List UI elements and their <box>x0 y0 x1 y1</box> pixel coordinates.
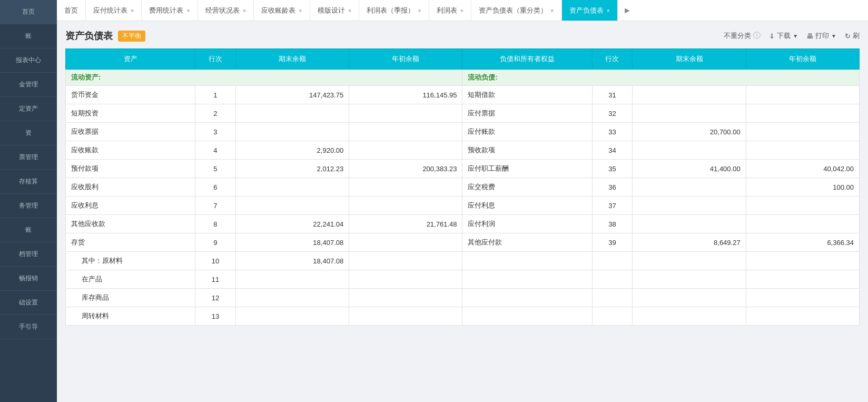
right-row-num: 37 <box>592 197 633 215</box>
refresh-button[interactable]: ↻ 刷 <box>845 31 860 41</box>
sidebar-item-assets[interactable]: 资 <box>0 121 57 145</box>
th-end-left: 期末余额 <box>235 49 349 70</box>
right-item: 应交税费 <box>462 178 592 197</box>
download-icon: ⇓ <box>769 32 775 40</box>
tab-balance-reclassified[interactable]: 资产负债表（重分类） × <box>471 0 561 21</box>
left-begin-amount <box>349 197 462 215</box>
right-begin-amount <box>746 123 859 141</box>
tab-close-balance[interactable]: × <box>607 7 610 14</box>
right-row-num: 31 <box>592 86 633 104</box>
right-begin-amount <box>746 307 859 326</box>
tab-close-operations[interactable]: × <box>243 7 246 14</box>
left-row-num: 5 <box>195 160 236 178</box>
right-item: 应付票据 <box>462 104 592 123</box>
sidebar-item-home[interactable]: 首页 <box>0 0 57 24</box>
refresh-icon: ↻ <box>845 32 851 40</box>
tab-close-profit[interactable]: × <box>460 7 463 14</box>
left-begin-amount <box>349 252 462 270</box>
print-button[interactable]: 🖶 打印 ▼ <box>806 31 836 41</box>
left-row-num: 6 <box>195 178 236 197</box>
left-row-num: 12 <box>195 289 236 307</box>
tab-home[interactable]: 首页 <box>57 0 86 21</box>
right-begin-amount <box>746 141 859 160</box>
right-item <box>462 289 592 307</box>
sidebar-item-expense[interactable]: 畅报销 <box>0 267 57 291</box>
print-icon: 🖶 <box>806 32 813 40</box>
left-item: 周转材料 <box>66 307 195 326</box>
tab-template-design[interactable]: 模版设计 × <box>310 0 359 21</box>
tab-close-profit-quarterly[interactable]: × <box>418 7 421 14</box>
tab-close-template-design[interactable]: × <box>348 7 351 14</box>
no-classify-option[interactable]: 不重分类 ⓘ <box>724 31 761 41</box>
tab-bar: 首页 应付统计表 × 费用统计表 × 经营状况表 × 应收账龄表 × 模版设计 … <box>57 0 868 21</box>
sidebar-item-tax-mgmt[interactable]: 务管理 <box>0 194 57 218</box>
right-begin-amount <box>746 215 859 233</box>
tab-operations[interactable]: 经营状况表 × <box>198 0 254 21</box>
left-item: 应收利息 <box>66 197 195 215</box>
unbalanced-badge: 不平衡 <box>118 31 145 42</box>
sidebar-item-report-center[interactable]: 报表中心 <box>0 48 57 73</box>
sidebar: 首页 账 报表中心 金管理 定资产 资 票管理 存核算 务管理 账 档管理 畅报… <box>0 0 57 402</box>
tab-receivable-aging[interactable]: 应收账龄表 × <box>254 0 310 21</box>
left-row-num: 7 <box>195 197 236 215</box>
sidebar-item-fund-management[interactable]: 金管理 <box>0 73 57 97</box>
tab-close-payable-stats[interactable]: × <box>131 7 134 14</box>
right-item <box>462 307 592 326</box>
left-begin-amount <box>349 178 462 197</box>
right-end-amount <box>633 307 746 326</box>
sidebar-item-fixed-assets[interactable]: 定资产 <box>0 97 57 121</box>
th-begin-right: 年初余额 <box>746 49 859 70</box>
right-begin-amount <box>746 252 859 270</box>
th-row-right: 行次 <box>592 49 633 70</box>
right-end-amount <box>633 197 746 215</box>
left-end-amount: 2,920.00 <box>235 141 349 160</box>
left-begin-amount <box>349 233 462 252</box>
left-item: 库存商品 <box>66 289 195 307</box>
tab-profit[interactable]: 利润表 × <box>429 0 471 21</box>
tab-more-button[interactable]: ► <box>618 6 637 15</box>
right-item <box>462 252 592 270</box>
right-row-num: 33 <box>592 123 633 141</box>
right-item <box>462 270 592 289</box>
right-item: 应付利息 <box>462 197 592 215</box>
right-begin-amount <box>746 86 859 104</box>
right-row-num: 34 <box>592 141 633 160</box>
tab-expense-stats[interactable]: 费用统计表 × <box>142 0 198 21</box>
left-end-amount <box>235 197 349 215</box>
sidebar-item-account[interactable]: 账 <box>0 24 57 48</box>
download-button[interactable]: ⇓ 下载 ▼ <box>769 31 798 41</box>
left-row-num: 2 <box>195 104 236 123</box>
left-item: 应收票据 <box>66 123 195 141</box>
tab-balance[interactable]: 资产负债表 × <box>562 0 618 21</box>
sidebar-item-guide[interactable]: 手引导 <box>0 315 57 339</box>
left-begin-amount <box>349 104 462 123</box>
right-begin-amount: 6,366.34 <box>746 233 859 252</box>
right-end-amount: 41,400.00 <box>633 160 746 178</box>
left-end-amount: 18,407.08 <box>235 252 349 270</box>
right-end-amount: 20,700.00 <box>633 123 746 141</box>
left-end-amount <box>235 104 349 123</box>
left-item: 短期投资 <box>66 104 195 123</box>
right-item: 其他应付款 <box>462 233 592 252</box>
right-end-amount <box>633 86 746 104</box>
right-row-num <box>592 252 633 270</box>
tab-close-receivable-aging[interactable]: × <box>299 7 302 14</box>
sidebar-item-ledger[interactable]: 账 <box>0 218 57 242</box>
left-end-amount <box>235 270 349 289</box>
tab-close-expense-stats[interactable]: × <box>186 7 190 14</box>
right-item: 短期借款 <box>462 86 592 104</box>
sidebar-item-basic-settings[interactable]: 础设置 <box>0 291 57 315</box>
tab-close-balance-reclassified[interactable]: × <box>550 7 554 14</box>
tab-payable-stats[interactable]: 应付统计表 × <box>86 0 142 21</box>
section-right-label: 流动负债: <box>462 70 860 86</box>
tab-profit-quarterly[interactable]: 利润表（季报） × <box>359 0 429 21</box>
right-item: 应付利润 <box>462 215 592 233</box>
left-begin-amount <box>349 123 462 141</box>
sidebar-item-inventory[interactable]: 存核算 <box>0 170 57 194</box>
sidebar-item-invoice-mgmt[interactable]: 票管理 <box>0 145 57 170</box>
right-row-num: 36 <box>592 178 633 197</box>
left-item: 在产品 <box>66 270 195 289</box>
sidebar-item-doc-mgmt[interactable]: 档管理 <box>0 242 57 267</box>
right-row-num: 38 <box>592 215 633 233</box>
page-header: 资产负债表 不平衡 不重分类 ⓘ ⇓ 下载 ▼ 🖶 打印 ▼ <box>65 30 860 42</box>
